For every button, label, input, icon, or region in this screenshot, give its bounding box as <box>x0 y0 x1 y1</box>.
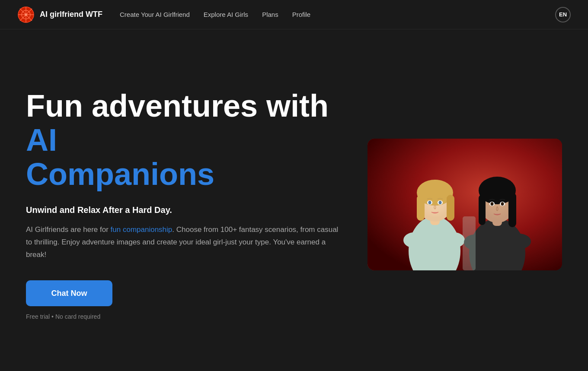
svg-point-19 <box>443 232 465 248</box>
language-selector[interactable]: EN <box>555 7 571 22</box>
brand-logo-icon <box>17 6 35 23</box>
headline-ai: AI <box>26 123 57 157</box>
hero-image-svg <box>368 139 562 270</box>
nav-plans[interactable]: Plans <box>262 11 278 18</box>
svg-rect-25 <box>508 193 516 227</box>
hero-subheadline: Unwind and Relax After a Hard Day. <box>26 205 342 215</box>
hero-headline: Fun adventures with AICompanions <box>26 89 342 192</box>
fun-companionship-highlight: fun companionship <box>111 225 173 234</box>
hero-content: Fun adventures with AICompanions Unwind … <box>26 89 368 320</box>
hero-body: AI Girlfriends are here for fun companio… <box>26 224 342 261</box>
svg-point-15 <box>428 201 431 204</box>
nav-profile[interactable]: Profile <box>292 11 311 18</box>
chat-now-button[interactable]: Chat Now <box>26 280 112 306</box>
nav-explore-girls[interactable]: Explore AI Girls <box>204 11 248 18</box>
svg-rect-24 <box>479 195 486 225</box>
navbar-links: Create Your AI Girlfriend Explore AI Gir… <box>120 11 555 18</box>
free-trial-text: Free trial • No card required <box>26 313 342 320</box>
svg-point-31 <box>507 234 531 249</box>
svg-rect-32 <box>463 216 476 270</box>
navbar: AI girlfriend WTF Create Your AI Girlfri… <box>0 0 588 29</box>
brand-title: AI girlfriend WTF <box>40 10 102 19</box>
nav-create-girlfriend[interactable]: Create Your AI Girlfriend <box>120 11 190 18</box>
body-text-1: AI Girlfriends are here for <box>26 225 111 234</box>
svg-point-18 <box>403 232 425 248</box>
hero-section: Fun adventures with AICompanions Unwind … <box>0 29 588 371</box>
svg-rect-13 <box>447 195 454 221</box>
svg-rect-12 <box>417 195 425 221</box>
svg-point-27 <box>491 202 494 206</box>
svg-point-6 <box>25 13 27 16</box>
svg-point-29 <box>501 202 504 206</box>
headline-companions: Companions <box>26 157 214 191</box>
svg-point-17 <box>439 201 442 204</box>
hero-image <box>368 139 562 270</box>
brand[interactable]: AI girlfriend WTF <box>17 6 102 23</box>
